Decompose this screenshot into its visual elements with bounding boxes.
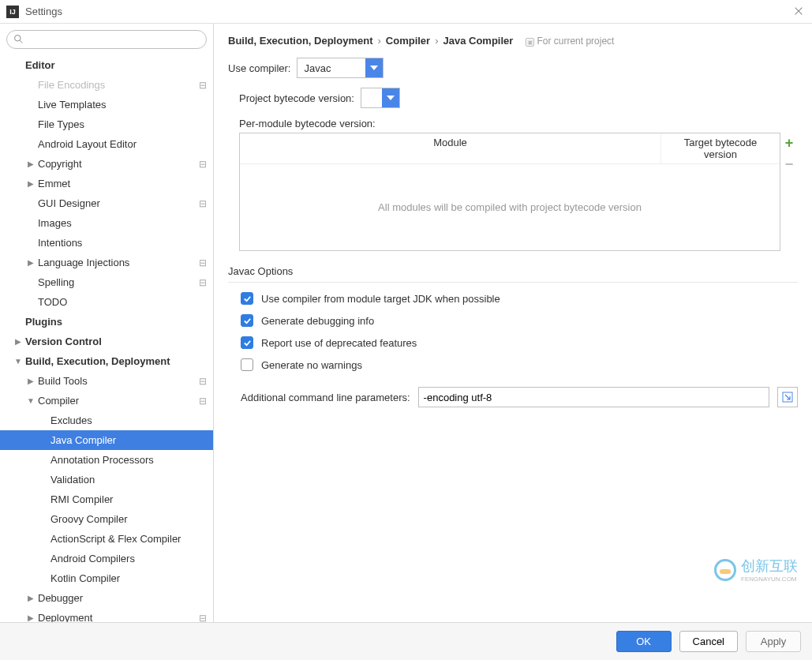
params-input[interactable] — [418, 387, 769, 407]
chevron-right-icon: ▶ — [25, 377, 36, 385]
tree-item-intentions[interactable]: Intentions — [0, 233, 213, 253]
tree-item-copyright[interactable]: ▶Copyright⊟ — [0, 154, 213, 174]
col-module[interactable]: Module — [240, 133, 661, 163]
close-icon[interactable] — [793, 6, 806, 18]
ok-button[interactable]: OK — [616, 631, 672, 652]
params-label: Additional command line parameters: — [241, 392, 410, 403]
chk-deprecated[interactable] — [241, 336, 253, 349]
chevron-down-icon: ▼ — [13, 357, 24, 366]
chk-deprecated-label: Report use of deprecated features — [261, 337, 417, 349]
project-scope-icon: ⊟ — [199, 396, 207, 407]
tree-item-gui-designer[interactable]: GUI Designer⊟ — [0, 193, 213, 213]
tree-item-label: Compiler — [38, 395, 199, 407]
tree-item-label: File Encodings — [38, 79, 199, 91]
divider — [228, 282, 798, 283]
tree-item-groovy-compiler[interactable]: Groovy Compiler — [0, 509, 213, 529]
tree-item-label: RMI Compiler — [51, 493, 207, 505]
chevron-right-icon: ▶ — [25, 258, 36, 267]
tree-item-label: Excludes — [51, 414, 207, 426]
tree-item-label: GUI Designer — [38, 197, 199, 209]
tree-item-plugins[interactable]: Plugins — [0, 312, 213, 332]
tree-item-rmi-compiler[interactable]: RMI Compiler — [0, 489, 213, 509]
tree-item-emmet[interactable]: ▶Emmet — [0, 174, 213, 193]
tree-item-images[interactable]: Images — [0, 213, 213, 233]
search-input[interactable] — [28, 34, 200, 46]
table-empty-text: All modules will be compiled with projec… — [240, 164, 780, 250]
chevron-down-icon[interactable] — [365, 58, 383, 77]
tree-item-actionscript-flex-compiler[interactable]: ActionScript & Flex Compiler — [0, 529, 213, 549]
project-scope-icon: ⊟ — [199, 80, 207, 91]
add-module-button[interactable]: + — [785, 135, 794, 152]
tree-item-label: Images — [38, 217, 207, 229]
tree-item-label: Language Injections — [38, 257, 199, 268]
sidebar: EditorFile Encodings⊟Live TemplatesFile … — [0, 24, 214, 622]
tree-item-live-templates[interactable]: Live Templates — [0, 95, 213, 114]
search-box[interactable] — [6, 30, 207, 49]
tree-item-validation[interactable]: Validation — [0, 470, 213, 489]
tree-item-label: Plugins — [25, 316, 207, 328]
tree-item-file-types[interactable]: File Types — [0, 114, 213, 134]
use-compiler-value: Javac — [297, 62, 337, 74]
chk-use-module-jdk-label: Use compiler from module target JDK when… — [261, 293, 500, 305]
tree-item-label: Groovy Compiler — [51, 513, 207, 525]
chevron-down-icon: ▼ — [25, 396, 36, 405]
tree-item-version-control[interactable]: ▶Version Control — [0, 332, 213, 351]
tree-item-kotlin-compiler[interactable]: Kotlin Compiler — [0, 568, 213, 588]
tree-item-todo[interactable]: TODO — [0, 292, 213, 312]
tree-item-android-compilers[interactable]: Android Compilers — [0, 549, 213, 568]
chevron-right-icon: ▶ — [25, 159, 36, 168]
tree-item-debugger[interactable]: ▶Debugger — [0, 588, 213, 608]
chk-use-module-jdk[interactable] — [241, 292, 253, 305]
window-title: Settings — [25, 6, 793, 17]
per-module-label: Per-module bytecode version: — [214, 113, 812, 131]
tree-item-label: Build, Execution, Deployment — [25, 355, 207, 367]
crumb-current: Java Compiler — [443, 35, 514, 47]
tree-item-spelling[interactable]: Spelling⊟ — [0, 272, 213, 292]
chk-debug-info[interactable] — [241, 314, 253, 327]
tree-item-label: ActionScript & Flex Compiler — [51, 533, 207, 545]
tree-item-label: Live Templates — [38, 99, 207, 111]
chevron-right-icon: ▶ — [25, 594, 36, 602]
project-scope-icon: ⊟ — [199, 277, 207, 288]
main-panel: Build, Execution, Deployment › Compiler … — [214, 24, 812, 622]
use-compiler-select[interactable]: Javac — [297, 58, 384, 78]
tree-item-editor[interactable]: Editor — [0, 55, 213, 75]
tree-item-label: TODO — [38, 296, 207, 308]
chk-no-warnings-label: Generate no warnings — [261, 359, 362, 371]
remove-module-button: − — [785, 156, 794, 173]
tree-item-java-compiler[interactable]: Java Compiler — [0, 430, 213, 450]
tree-item-label: Intentions — [38, 237, 207, 249]
chevron-right-icon: ▶ — [25, 613, 36, 622]
project-bytecode-select[interactable] — [361, 88, 400, 108]
tree-item-build-tools[interactable]: ▶Build Tools⊟ — [0, 371, 213, 391]
chk-debug-info-label: Generate debugging info — [261, 315, 374, 327]
expand-params-button[interactable] — [777, 387, 798, 407]
crumb-compiler[interactable]: Compiler — [386, 35, 430, 47]
tree-item-annotation-processors[interactable]: Annotation Processors — [0, 450, 213, 470]
apply-button[interactable]: Apply — [746, 631, 801, 652]
use-compiler-label: Use compiler: — [228, 62, 290, 74]
tree-item-label: Validation — [51, 474, 207, 486]
tree-item-label: Debugger — [38, 592, 207, 604]
tree-item-build-execution-deployment[interactable]: ▼Build, Execution, Deployment — [0, 351, 213, 371]
col-target[interactable]: Target bytecode version — [661, 133, 780, 163]
module-bytecode-table: Module Target bytecode version All modul… — [239, 133, 780, 251]
tree-item-label: Editor — [25, 59, 207, 71]
chevron-right-icon: ▶ — [13, 337, 24, 346]
chevron-down-icon[interactable] — [382, 88, 399, 107]
tree-item-compiler[interactable]: ▼Compiler⊟ — [0, 391, 213, 411]
tree-item-label: Annotation Processors — [51, 454, 207, 466]
chk-no-warnings[interactable] — [241, 358, 253, 371]
svg-line-3 — [20, 40, 22, 43]
tree-item-deployment[interactable]: ▶Deployment⊟ — [0, 608, 213, 622]
project-scope-hint: ▣For current project — [526, 36, 614, 47]
crumb-root[interactable]: Build, Execution, Deployment — [228, 35, 372, 47]
tree-item-file-encodings[interactable]: File Encodings⊟ — [0, 75, 213, 95]
tree-item-label: Spelling — [38, 276, 199, 288]
tree-item-android-layout-editor[interactable]: Android Layout Editor — [0, 134, 213, 154]
tree-item-label: Copyright — [38, 158, 199, 170]
tree-item-language-injections[interactable]: ▶Language Injections⊟ — [0, 253, 213, 272]
tree-item-label: Kotlin Compiler — [51, 572, 207, 584]
tree-item-excludes[interactable]: Excludes — [0, 411, 213, 430]
cancel-button[interactable]: Cancel — [679, 631, 738, 652]
